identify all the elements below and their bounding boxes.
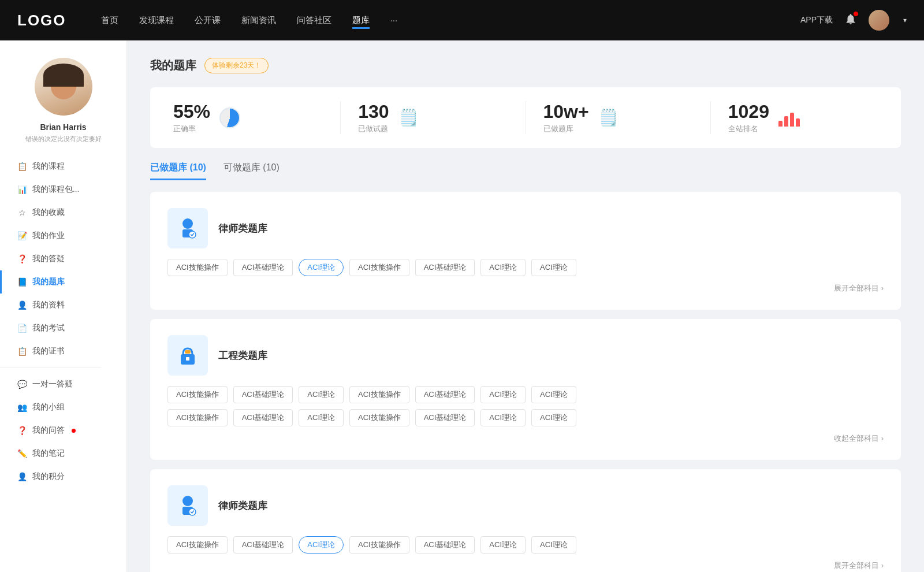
tags-row-2b: ACI技能操作 ACI基础理论 ACI理论 ACI技能操作 ACI基础理论 AC… (167, 409, 884, 426)
sidebar-item-label: 我的证书 (32, 346, 65, 356)
page-header: 我的题库 体验剩余23天！ (150, 58, 901, 73)
sidebar-item-label: 我的课程 (32, 161, 65, 172)
user-name: Brian Harris (40, 122, 86, 132)
tag-1-5[interactable]: ACI基础理论 (415, 259, 475, 276)
tag-2-3[interactable]: ACI理论 (299, 386, 344, 403)
svg-point-8 (189, 508, 196, 515)
bell-icon[interactable] (844, 13, 857, 28)
card-header-2: 工程类题库 (167, 335, 884, 376)
sidebar-item-tutoring[interactable]: 💬 一对一答疑 (0, 373, 126, 396)
ranking-label: 全站排名 (728, 124, 769, 134)
stat-ranking: 1029 全站排名 (711, 101, 895, 134)
page-wrapper: Brian Harris 错误的决定比没有决定要好 📋 我的课程 📊 我的课程包… (0, 40, 924, 572)
sidebar-item-questions[interactable]: ❓ 我的答疑 (0, 247, 126, 270)
tag-2b-3[interactable]: ACI理论 (299, 409, 344, 426)
tag-2-6[interactable]: ACI理论 (480, 386, 526, 403)
nav-item-open[interactable]: 公开课 (195, 15, 221, 26)
nav-item-bank[interactable]: 题库 (352, 15, 370, 26)
sidebar-item-label: 我的笔记 (32, 448, 65, 459)
tag-1-6[interactable]: ACI理论 (480, 259, 526, 276)
sidebar-item-label: 我的积分 (32, 471, 65, 482)
tag-2b-4[interactable]: ACI技能操作 (349, 409, 409, 426)
page-title: 我的题库 (150, 58, 196, 73)
tags-row-3: ACI技能操作 ACI基础理论 ACI理论 ACI技能操作 ACI基础理论 AC… (167, 536, 884, 554)
tag-2-2[interactable]: ACI基础理论 (233, 386, 293, 403)
done-questions-label: 已做试题 (358, 124, 389, 134)
tag-2b-6[interactable]: ACI理论 (480, 409, 526, 426)
sidebar-item-my-courses[interactable]: 📋 我的课程 (0, 155, 126, 178)
sidebar-item-my-course-packages[interactable]: 📊 我的课程包... (0, 178, 126, 201)
tag-3-4[interactable]: ACI技能操作 (349, 536, 409, 554)
stat-accuracy: 55% 正确率 (156, 101, 341, 134)
expand-link-1[interactable]: 展开全部科目 › (167, 283, 884, 294)
sidebar-item-label: 我的资料 (32, 300, 65, 310)
collapse-link-2[interactable]: 收起全部科目 › (167, 433, 884, 444)
course-packages-icon: 📊 (17, 185, 27, 194)
sidebar-item-label: 我的收藏 (32, 207, 65, 218)
nav-item-more[interactable]: ··· (390, 15, 398, 26)
app-download-button[interactable]: APP下载 (800, 15, 833, 25)
user-avatar (35, 58, 92, 116)
sidebar-item-materials[interactable]: 👤 我的资料 (0, 294, 126, 317)
nav-item-discover[interactable]: 发现课程 (139, 15, 174, 26)
user-menu-chevron[interactable]: ▾ (903, 16, 907, 24)
tag-3-5[interactable]: ACI基础理论 (415, 536, 475, 554)
done-questions-icon: 🗒️ (398, 108, 419, 127)
svg-rect-4 (185, 350, 191, 354)
tag-2-1[interactable]: ACI技能操作 (167, 386, 228, 403)
nav-item-news[interactable]: 新闻资讯 (241, 15, 276, 26)
sidebar-item-groups[interactable]: 👥 我的小组 (0, 396, 126, 419)
sidebar-item-points[interactable]: 👤 我的积分 (0, 465, 126, 488)
tag-1-2[interactable]: ACI基础理论 (233, 259, 293, 276)
done-banks-label: 已做题库 (543, 124, 589, 134)
tag-3-3[interactable]: ACI理论 (299, 536, 344, 554)
tag-2b-1[interactable]: ACI技能操作 (167, 409, 228, 426)
tag-1-1[interactable]: ACI技能操作 (167, 259, 228, 276)
sidebar-item-homework[interactable]: 📝 我的作业 (0, 224, 126, 247)
svg-rect-5 (186, 357, 189, 361)
nav-item-qa[interactable]: 问答社区 (297, 15, 331, 26)
sidebar-item-certificates[interactable]: 📋 我的证书 (0, 340, 126, 363)
tags-row-1: ACI技能操作 ACI基础理论 ACI理论 ACI技能操作 ACI基础理论 AC… (167, 259, 884, 276)
tag-3-1[interactable]: ACI技能操作 (167, 536, 228, 554)
card-header-1: 律师类题库 (167, 208, 884, 248)
tag-3-6[interactable]: ACI理论 (480, 536, 526, 554)
sidebar-item-question-bank[interactable]: 📘 我的题库 (0, 270, 126, 294)
sidebar-item-my-qa[interactable]: ❓ 我的问答 (0, 419, 126, 442)
tag-3-2[interactable]: ACI基础理论 (233, 536, 293, 554)
question-bank-icon: 📘 (17, 277, 27, 287)
stat-done-banks: 10w+ 已做题库 🗒️ (526, 101, 711, 134)
tag-2b-2[interactable]: ACI基础理论 (233, 409, 293, 426)
logo: LOGO (17, 12, 66, 29)
tag-1-3[interactable]: ACI理论 (299, 259, 344, 276)
tag-2b-7[interactable]: ACI理论 (531, 409, 576, 426)
stats-row: 55% 正确率 130 已做试题 🗒️ 10w+ 已做题库 🗒️ (150, 87, 901, 148)
tag-2-4[interactable]: ACI技能操作 (349, 386, 409, 403)
questions-icon: ❓ (17, 254, 27, 263)
accuracy-value: 55% (173, 101, 210, 122)
tab-done-banks[interactable]: 已做题库 (10) (150, 162, 206, 180)
expand-link-3[interactable]: 展开全部科目 › (167, 560, 884, 571)
tag-2b-5[interactable]: ACI基础理论 (415, 409, 475, 426)
nav-item-home[interactable]: 首页 (101, 15, 118, 26)
sidebar-item-exams[interactable]: 📄 我的考试 (0, 317, 126, 340)
tag-1-4[interactable]: ACI技能操作 (349, 259, 409, 276)
stat-text-accuracy: 55% 正确率 (173, 101, 210, 134)
exams-icon: 📄 (17, 324, 27, 333)
sidebar-item-favorites[interactable]: ☆ 我的收藏 (0, 201, 126, 224)
stat-text-done: 130 已做试题 (358, 101, 389, 134)
avatar[interactable] (869, 10, 889, 31)
sidebar-item-label: 我的题库 (32, 277, 65, 287)
done-questions-value: 130 (358, 101, 389, 122)
tab-available-banks[interactable]: 可做题库 (10) (223, 162, 280, 180)
tag-3-7[interactable]: ACI理论 (531, 536, 576, 554)
sidebar-item-notes[interactable]: ✏️ 我的笔记 (0, 442, 126, 465)
tag-1-7[interactable]: ACI理论 (531, 259, 576, 276)
avatar-image (35, 58, 92, 116)
groups-icon: 👥 (17, 403, 27, 412)
sidebar-item-label: 我的考试 (32, 323, 65, 333)
card-title-2: 工程类题库 (218, 349, 267, 362)
tag-2-5[interactable]: ACI基础理论 (415, 386, 475, 403)
tag-2-7[interactable]: ACI理论 (531, 386, 576, 403)
tags-row-2: ACI技能操作 ACI基础理论 ACI理论 ACI技能操作 ACI基础理论 AC… (167, 386, 884, 403)
